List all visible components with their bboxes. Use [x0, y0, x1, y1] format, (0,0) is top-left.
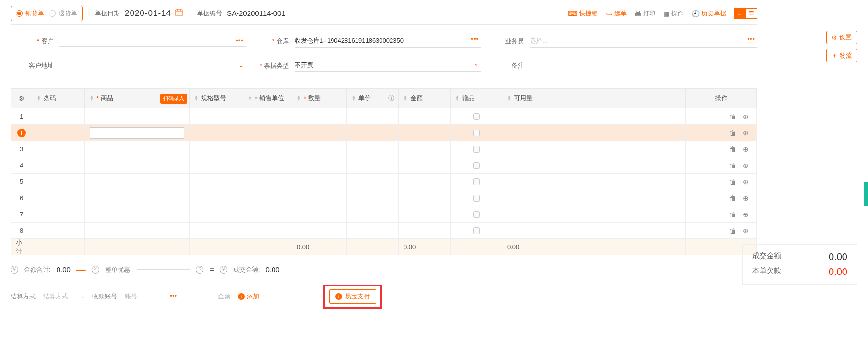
gift-checkbox[interactable]: [473, 178, 480, 185]
logistics-button[interactable]: ＋物流: [826, 49, 857, 62]
insert-row-icon[interactable]: ⊕: [743, 129, 749, 137]
cell-available[interactable]: [502, 223, 686, 238]
acct-input[interactable]: 账号•••: [124, 291, 177, 302]
warehouse-input[interactable]: 收发仓库1--1904281619118630002350•••: [295, 35, 481, 48]
col-settings[interactable]: ⚙: [11, 89, 32, 108]
gift-checkbox[interactable]: [473, 113, 480, 120]
edge-tab[interactable]: [864, 182, 868, 206]
cell-barcode[interactable]: [32, 223, 85, 238]
cell-amount[interactable]: [399, 125, 451, 141]
history-button[interactable]: 🕘历史单据: [691, 9, 726, 18]
cell-unit[interactable]: [243, 223, 292, 238]
table-row[interactable]: 1🗑⊕: [11, 108, 757, 124]
cell-product[interactable]: [85, 223, 190, 238]
customer-addr-input[interactable]: ⌄: [59, 60, 246, 71]
cell-price[interactable]: [347, 108, 399, 124]
amount-input[interactable]: 金额: [183, 291, 231, 302]
cell-spec[interactable]: [190, 108, 243, 124]
cell-qty[interactable]: [292, 125, 347, 141]
gift-checkbox[interactable]: [473, 195, 480, 202]
cell-spec[interactable]: [190, 206, 243, 222]
table-row[interactable]: 3🗑⊕: [11, 141, 757, 157]
cell-available[interactable]: [502, 157, 686, 173]
cell-product[interactable]: [85, 141, 190, 157]
yeepay-button[interactable]: +易宝支付: [329, 289, 376, 304]
gift-checkbox[interactable]: [473, 162, 480, 169]
col-qty[interactable]: ▲▼*数量: [292, 89, 347, 108]
view-expanded-button[interactable]: ☰: [746, 8, 757, 19]
cell-price[interactable]: [347, 223, 399, 238]
add-payment-button[interactable]: +添加: [238, 292, 259, 301]
cell-spec[interactable]: [190, 223, 243, 238]
col-spec[interactable]: ▲▼规格型号: [190, 89, 243, 108]
col-barcode[interactable]: ▲▼条码: [32, 89, 85, 108]
cell-product[interactable]: [85, 108, 190, 124]
table-row[interactable]: 7🗑⊕: [11, 206, 757, 222]
table-row[interactable]: 6🗑⊕: [11, 190, 757, 206]
col-amount[interactable]: ▲▼金额: [399, 89, 451, 108]
cell-spec[interactable]: [190, 157, 243, 173]
cell-amount[interactable]: [399, 190, 451, 206]
select-doc-button[interactable]: ⮑选单: [606, 9, 627, 18]
cell-available[interactable]: [502, 174, 686, 190]
doc-type-sale[interactable]: 销货单: [16, 9, 44, 18]
salesperson-input[interactable]: 选择...•••: [530, 35, 757, 48]
cell-spec[interactable]: [190, 141, 243, 157]
table-row[interactable]: 5🗑⊕: [11, 173, 757, 190]
cell-spec[interactable]: [190, 174, 243, 190]
cell-available[interactable]: [502, 141, 686, 157]
scan-badge[interactable]: 扫码录入: [160, 94, 187, 104]
print-button[interactable]: 🖶打印: [634, 9, 655, 18]
cell-amount[interactable]: [399, 174, 451, 190]
chevron-down-icon[interactable]: ⌄: [238, 61, 244, 69]
cell-spec[interactable]: [190, 125, 243, 141]
col-product[interactable]: ▲▼*商品扫码录入: [85, 89, 190, 108]
cell-product[interactable]: [85, 157, 190, 173]
cell-product[interactable]: [85, 206, 190, 222]
cell-qty[interactable]: [292, 223, 347, 238]
delete-row-icon[interactable]: 🗑: [729, 178, 736, 186]
more-dots-icon[interactable]: •••: [471, 36, 479, 43]
cell-amount[interactable]: [399, 108, 451, 124]
cell-gift[interactable]: [451, 157, 502, 173]
cell-price[interactable]: [347, 141, 399, 157]
cell-available[interactable]: [502, 125, 686, 141]
insert-row-icon[interactable]: ⊕: [743, 113, 749, 120]
gift-checkbox[interactable]: [473, 146, 480, 153]
cell-price[interactable]: [347, 125, 399, 141]
cell-product[interactable]: [85, 190, 190, 206]
cell-qty[interactable]: [292, 206, 347, 222]
cell-price[interactable]: [347, 174, 399, 190]
more-dots-icon[interactable]: •••: [747, 36, 755, 43]
delete-row-icon[interactable]: 🗑: [729, 227, 736, 235]
insert-row-icon[interactable]: ⊕: [743, 178, 749, 186]
col-unit[interactable]: ▲▼*销售单位: [243, 89, 292, 108]
cell-amount[interactable]: [399, 206, 451, 222]
gift-checkbox[interactable]: [473, 211, 480, 218]
cell-qty[interactable]: [292, 174, 347, 190]
add-row-icon[interactable]: +: [17, 129, 26, 137]
shortcut-button[interactable]: ⌨快捷键: [568, 9, 598, 18]
cell-gift[interactable]: [451, 108, 502, 124]
cell-unit[interactable]: [243, 206, 292, 222]
col-gift[interactable]: ▲▼赠品: [451, 89, 502, 108]
cell-gift[interactable]: [451, 190, 502, 206]
cell-unit[interactable]: [243, 174, 292, 190]
help-icon[interactable]: ⓘ: [388, 94, 394, 103]
cell-available[interactable]: [502, 108, 686, 124]
cell-qty[interactable]: [292, 108, 347, 124]
cell-amount[interactable]: [399, 157, 451, 173]
cell-gift[interactable]: [451, 125, 502, 141]
view-compact-button[interactable]: ≡: [734, 8, 746, 19]
cell-qty[interactable]: [292, 190, 347, 206]
calendar-icon[interactable]: [175, 9, 183, 18]
cell-amount[interactable]: [399, 141, 451, 157]
cell-spec[interactable]: [190, 190, 243, 206]
cell-barcode[interactable]: [32, 141, 85, 157]
cell-product[interactable]: [85, 125, 190, 141]
insert-row-icon[interactable]: ⊕: [743, 162, 749, 169]
more-dots-icon[interactable]: •••: [170, 292, 177, 299]
cell-barcode[interactable]: [32, 125, 85, 141]
remark-input[interactable]: [530, 60, 757, 71]
insert-row-icon[interactable]: ⊕: [743, 211, 749, 218]
